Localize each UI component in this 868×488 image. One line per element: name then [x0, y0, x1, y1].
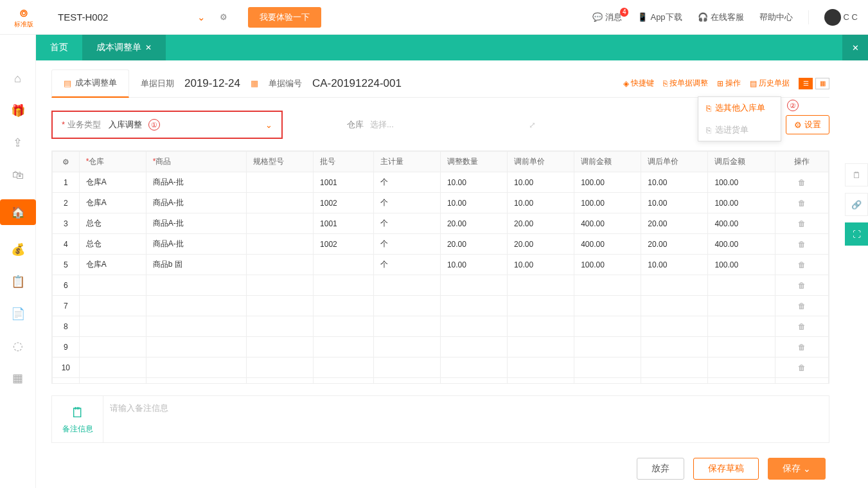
delete-icon[interactable]: 🗑 — [798, 219, 806, 228]
table-row[interactable]: 4总仓商品A-批1002个20.0020.00400.0020.00400.00… — [53, 234, 829, 255]
support-link[interactable]: 🎧 在线客服 — [698, 12, 744, 23]
warehouse-label: 仓库 — [347, 119, 364, 131]
view-toggle: ☰ ▦ — [799, 78, 829, 89]
shortcut-icon: ◈ — [623, 79, 629, 88]
save-button[interactable]: 保存 ⌄ — [768, 458, 826, 480]
avatar-icon — [824, 9, 841, 26]
business-type-value: 入库调整 — [109, 119, 142, 131]
business-type-label: * 业务类型 — [62, 119, 101, 131]
trial-button[interactable]: 我要体验一下 — [248, 7, 321, 28]
settings-button[interactable]: ⚙ 设置 — [786, 115, 829, 134]
logo-icon: ⌾ — [10, 5, 37, 20]
delete-icon[interactable]: 🗑 — [798, 260, 806, 269]
edition-label: 标准版 — [10, 20, 37, 29]
app-download-link[interactable]: 📱 App下载 — [637, 12, 682, 23]
sidebar-item-out[interactable]: ⇪ — [10, 135, 26, 150]
operate-icon: ⊞ — [717, 79, 723, 88]
delete-icon[interactable]: 🗑 — [798, 302, 806, 311]
sidebar-item-report[interactable]: 📋 — [10, 274, 26, 289]
table-row[interactable]: 9🗑 — [53, 337, 829, 357]
app-logo[interactable]: ⌾ 标准版 — [10, 5, 37, 29]
help-link[interactable]: 帮助中心 — [759, 12, 793, 23]
delete-icon[interactable]: 🗑 — [798, 343, 806, 352]
user-menu[interactable]: C C — [824, 9, 858, 26]
table-row[interactable]: 7🗑 — [53, 296, 829, 316]
table-row[interactable]: 2仓库A商品A-批1002个10.0010.00100.0010.00100.0… — [53, 193, 829, 213]
calendar-icon[interactable]: ▦ — [251, 78, 258, 88]
warehouse-placeholder: 选择... — [370, 119, 394, 131]
discard-button[interactable]: 放弃 — [637, 458, 684, 480]
business-type-select[interactable]: * 业务类型 入库调整 ① ⌄ — [51, 111, 283, 139]
table-row[interactable]: 8🗑 — [53, 316, 829, 337]
date-label: 单据日期 — [141, 78, 174, 89]
sidebar-item-cycle[interactable]: ◌ — [10, 338, 26, 354]
divider — [808, 10, 809, 24]
view-grid[interactable]: ▦ — [815, 78, 829, 89]
col-header: *仓库 — [79, 152, 146, 172]
bybill-icon: ⎘ — [663, 79, 668, 88]
right-tool-expand[interactable]: ⛶ — [845, 222, 868, 246]
gear-icon: ⚙ — [794, 120, 802, 130]
table-row[interactable]: 5仓库A商品b 固个10.0010.00100.0010.00100.00🗑 — [53, 255, 829, 275]
remark-input[interactable]: 请输入备注信息 — [103, 396, 829, 442]
delete-icon[interactable]: 🗑 — [798, 363, 806, 372]
action-operate[interactable]: ⊞操作 — [717, 78, 741, 89]
close-icon[interactable]: ✕ — [145, 43, 152, 52]
delete-icon[interactable]: 🗑 — [798, 199, 806, 208]
table-row[interactable]: 3总仓商品A-批1001个20.0020.00400.0020.00400.00… — [53, 213, 829, 234]
app-download-label: App下载 — [650, 12, 682, 23]
delete-icon[interactable]: 🗑 — [798, 281, 806, 290]
code-label: 单据编号 — [269, 78, 302, 89]
col-header: *商品 — [146, 152, 246, 172]
table-row[interactable]: 1仓库A商品A-批1001个10.0010.00100.0010.00100.0… — [53, 172, 829, 193]
sidebar-item-home[interactable]: ⌂ — [10, 71, 26, 86]
dropdown-other-inbound[interactable]: ⎘ 选其他入库单 — [698, 97, 781, 119]
user-name: C C — [844, 12, 858, 22]
tab-current-label: 成本调整单 — [96, 42, 141, 53]
sidebar-item-money[interactable]: 💰 — [10, 242, 26, 257]
action-history[interactable]: ▤历史单据 — [750, 78, 790, 89]
chevron-down-icon: ⌄ — [197, 12, 206, 23]
document-icon: ▤ — [64, 78, 71, 88]
col-header: 调后金额 — [708, 152, 775, 172]
delete-icon[interactable]: 🗑 — [798, 384, 806, 384]
view-list[interactable]: ☰ — [799, 78, 813, 89]
chevron-down-icon: ⌄ — [265, 120, 272, 130]
sidebar-item-bag[interactable]: 🛍 — [10, 167, 26, 183]
support-label: 在线客服 — [711, 12, 744, 23]
tab-home[interactable]: 首页 — [36, 35, 82, 60]
right-tool-note[interactable]: 🗒 — [845, 163, 868, 186]
help-label: 帮助中心 — [759, 12, 793, 23]
sidebar-item-gift[interactable]: 🎁 — [10, 103, 26, 118]
annotation-1: ① — [148, 119, 160, 131]
warehouse-select[interactable]: 仓库 选择... ⤢ — [347, 119, 536, 131]
col-gear[interactable]: ⚙ — [53, 152, 80, 172]
col-header: 调前单价 — [508, 152, 574, 172]
col-header: 规格型号 — [246, 152, 313, 172]
col-header: 主计量 — [373, 152, 440, 172]
sidebar-item-list[interactable]: 📄 — [10, 306, 26, 321]
document-tab[interactable]: ▤ 成本调整单 — [51, 69, 129, 98]
messages-link[interactable]: 💬 消息 4 — [592, 12, 622, 23]
action-bybill[interactable]: ⎘按单据调整 — [663, 78, 708, 89]
adjustment-table: ⚙*仓库*商品规格型号批号主计量调整数量调前单价调前金额调后单价调后金额操作 1… — [52, 151, 829, 384]
message-icon: 💬 — [592, 12, 603, 22]
table-row[interactable]: 6🗑 — [53, 275, 829, 296]
delete-icon[interactable]: 🗑 — [798, 240, 806, 249]
right-tool-attach[interactable]: 🔗 — [845, 193, 868, 216]
table-row[interactable]: 10🗑 — [53, 357, 829, 378]
tab-bar-close[interactable]: ✕ — [842, 35, 868, 60]
settings-icon[interactable]: ⚙ — [220, 12, 227, 22]
delete-icon[interactable]: 🗑 — [798, 178, 806, 187]
action-shortcut[interactable]: ◈快捷键 — [623, 78, 654, 89]
company-select[interactable]: TEST-H002 ⌄ — [51, 8, 212, 27]
table-row[interactable]: 11🗑 — [53, 378, 829, 384]
delete-icon[interactable]: 🗑 — [798, 322, 806, 331]
sidebar-item-new[interactable]: ▦ — [10, 370, 26, 386]
tab-current[interactable]: 成本调整单 ✕ — [82, 35, 166, 60]
document-date[interactable]: 2019-12-24 — [184, 77, 240, 90]
expand-icon: ⤢ — [529, 120, 536, 130]
save-draft-button[interactable]: 保存草稿 — [693, 458, 759, 480]
sidebar-item-warehouse[interactable]: 🏠 — [0, 199, 36, 225]
note-icon: 🗒 — [71, 404, 85, 421]
